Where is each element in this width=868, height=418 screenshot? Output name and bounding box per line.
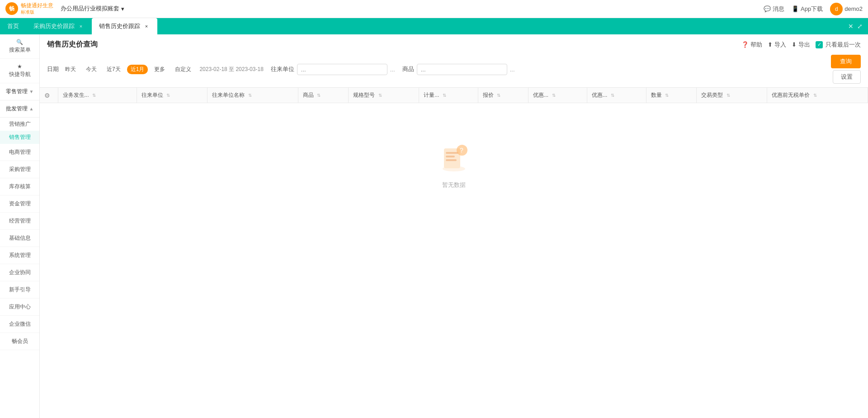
sidebar-item-retail[interactable]: 零售管理 ▼: [0, 83, 39, 100]
sidebar-item-basic[interactable]: 基础信息: [0, 230, 39, 247]
sidebar-item-purchase[interactable]: 采购管理: [0, 161, 39, 178]
search-icon: 🔍: [16, 39, 23, 45]
table-col-unit[interactable]: 计量... ⇅: [419, 88, 478, 103]
sidebar-item-operations[interactable]: 经营管理: [0, 213, 39, 230]
content-area: 销售历史价查询 ❓ 帮助 ⬆ 导入 ⬇ 导出 ✓: [40, 34, 868, 418]
import-button[interactable]: ⬆ 导入: [768, 41, 786, 49]
table-col-quantity[interactable]: 数量 ⇅: [646, 88, 697, 103]
date-custom-btn[interactable]: 自定义: [171, 65, 195, 74]
page-header: 销售历史价查询 ❓ 帮助 ⬆ 导入 ⬇ 导出 ✓: [40, 34, 868, 88]
sidebar-system-label: 系统管理: [9, 252, 31, 259]
date-range-display: 2023-02-18 至 2023-03-18: [199, 66, 263, 73]
date-today-btn[interactable]: 今天: [82, 65, 100, 74]
table-col-trade-type[interactable]: 交易类型 ⇅: [697, 88, 767, 103]
maximize-tab-action[interactable]: ⤢: [857, 23, 863, 30]
date-7days-btn[interactable]: 近7天: [103, 65, 124, 74]
app-selector[interactable]: 办公用品行业模拟账套 ▾: [57, 3, 128, 14]
sidebar-item-guide[interactable]: 新手引导: [0, 281, 39, 299]
user-profile[interactable]: d demo2: [830, 3, 863, 15]
empty-state-row: ? 暂无数据: [40, 103, 868, 226]
sidebar-quick-nav[interactable]: ★ 快捷导航: [0, 59, 39, 83]
date-1month-btn[interactable]: 近1月: [127, 65, 148, 74]
app-download-button[interactable]: 📱 App下载: [792, 5, 823, 13]
sidebar-item-marketing[interactable]: 营销推广: [0, 118, 39, 131]
gear-icon[interactable]: ⚙: [44, 92, 50, 99]
sort-icon: ⇅: [317, 93, 321, 98]
goods-filter-label: 商品: [402, 65, 414, 73]
page-actions: ❓ 帮助 ⬆ 导入 ⬇ 导出 ✓ 只看最后一次: [741, 41, 861, 49]
partner-filter-input[interactable]: [297, 64, 387, 75]
sidebar-wechat-label: 企业微信: [9, 320, 31, 328]
partner-filter-label: 往来单位: [271, 65, 294, 73]
sidebar-finance-label: 资金管理: [9, 200, 31, 208]
checkbox-icon: ✓: [816, 41, 823, 48]
sort-icon: ⇅: [443, 93, 446, 98]
purchase-tab-close[interactable]: ×: [77, 23, 85, 30]
table-col-spec[interactable]: 规格型号 ⇅: [349, 88, 419, 103]
sidebar-member-label: 畅会员: [12, 337, 28, 345]
star-icon: ★: [17, 63, 22, 70]
query-button[interactable]: 查询: [831, 55, 861, 68]
table-col-goods[interactable]: 商品 ⇅: [298, 88, 349, 103]
logo-area: 畅 畅捷通好生意 标准版: [5, 2, 53, 15]
table-col-discount2[interactable]: 优惠... ⇅: [587, 88, 646, 103]
sort-icon: ⇅: [92, 93, 96, 98]
chevron-down-icon: ▼: [29, 89, 34, 94]
date-more-btn[interactable]: 更多: [151, 65, 169, 74]
sidebar-item-wholesale[interactable]: 批发管理 ▲: [0, 100, 39, 118]
tab-sales[interactable]: 销售历史价跟踪 ×: [92, 18, 157, 34]
sidebar-ecommerce-label: 电商管理: [9, 148, 31, 156]
sidebar-item-inventory[interactable]: 库存核算: [0, 178, 39, 195]
set-button[interactable]: 设置: [833, 70, 861, 84]
table-col-quote[interactable]: 报价 ⇅: [478, 88, 528, 103]
table-header: ⚙ 业务发生... ⇅ 往来单位 ⇅ 往来单位名称 ⇅: [40, 88, 868, 103]
sidebar-item-wechat[interactable]: 企业微信: [0, 316, 39, 333]
empty-icon: ?: [436, 139, 472, 176]
tab-purchase[interactable]: 采购历史价跟踪 ×: [26, 18, 92, 34]
help-button[interactable]: ❓ 帮助: [741, 41, 762, 49]
sort-icon: ⇅: [166, 93, 170, 98]
sidebar-item-enterprise[interactable]: 企业协同: [0, 264, 39, 281]
sidebar-inventory-label: 库存核算: [9, 183, 31, 190]
tab-home[interactable]: 首页: [0, 18, 26, 34]
sidebar-search[interactable]: 🔍 搜索菜单: [0, 34, 39, 59]
filter-row: 日期 昨天 今天 近7天 近1月 更多 自定义 2023-02-18 至 202…: [47, 55, 861, 84]
sidebar-item-ecommerce[interactable]: 电商管理: [0, 144, 39, 161]
export-button[interactable]: ⬇ 导出: [792, 41, 810, 49]
table-area: ⚙ 业务发生... ⇅ 往来单位 ⇅ 往来单位名称 ⇅: [40, 88, 868, 418]
sidebar-item-member[interactable]: 畅会员: [0, 333, 39, 350]
date-filter-group: 日期 昨天 今天 近7天 近1月 更多 自定义 2023-02-18 至 202…: [47, 65, 264, 74]
sort-icon: ⇅: [248, 93, 252, 98]
message-button[interactable]: 💬 消息: [764, 5, 784, 13]
table-col-pretax[interactable]: 优惠前无税单价 ⇅: [767, 88, 868, 103]
quick-nav-label: 快捷导航: [9, 71, 31, 78]
filter-actions: 查询 设置: [831, 55, 861, 84]
sidebar-salesmgmt-label: 销售管理: [9, 134, 31, 140]
sidebar-item-system[interactable]: 系统管理: [0, 247, 39, 264]
goods-filter-dots[interactable]: ...: [510, 66, 515, 73]
table-col-partner-name[interactable]: 往来单位名称 ⇅: [208, 88, 298, 103]
table-col-partner-code[interactable]: 往来单位 ⇅: [137, 88, 208, 103]
sidebar-item-apps[interactable]: 应用中心: [0, 299, 39, 316]
table-col-discount1[interactable]: 优惠... ⇅: [528, 88, 587, 103]
sales-tab-label: 销售历史价跟踪: [99, 22, 140, 30]
tab-bar-actions: ✕ ⤢: [848, 23, 868, 30]
date-yesterday-btn[interactable]: 昨天: [61, 65, 80, 74]
partner-filter-dots[interactable]: ...: [390, 66, 395, 73]
goods-filter-input[interactable]: [417, 64, 507, 75]
table-col-biz-date[interactable]: 业务发生... ⇅: [58, 88, 137, 103]
home-tab-label: 首页: [7, 22, 19, 30]
table-col-settings[interactable]: ⚙: [40, 88, 58, 103]
sidebar-item-finance[interactable]: 资金管理: [0, 195, 39, 213]
avatar: d: [830, 3, 843, 15]
table-header-row: ⚙ 业务发生... ⇅ 往来单位 ⇅ 往来单位名称 ⇅: [40, 88, 868, 103]
sidebar-search-label: 搜索菜单: [9, 46, 31, 54]
sort-icon: ⇅: [552, 93, 556, 98]
import-icon: ⬆: [768, 41, 773, 48]
chevron-down-icon: ▾: [121, 5, 124, 12]
sales-tab-close[interactable]: ×: [143, 23, 150, 30]
sidebar-guide-label: 新手引导: [9, 286, 31, 294]
only-last-checkbox[interactable]: ✓ 只看最后一次: [816, 41, 861, 49]
close-tab-action[interactable]: ✕: [848, 23, 854, 30]
sidebar-item-sales-mgmt[interactable]: 销售管理: [0, 131, 39, 144]
